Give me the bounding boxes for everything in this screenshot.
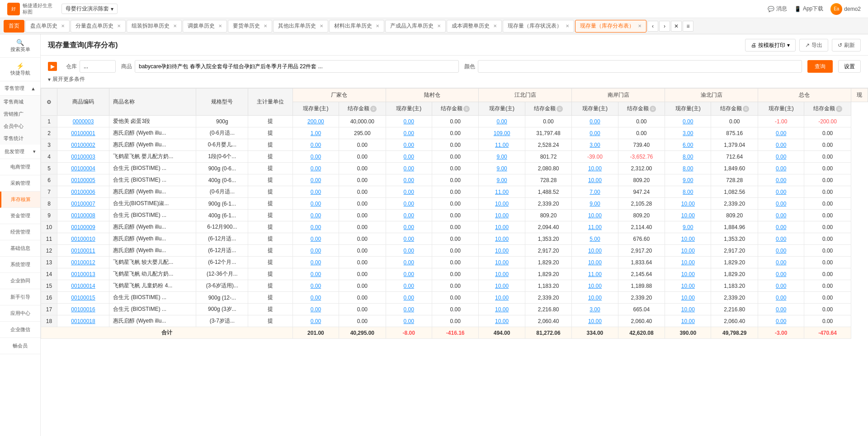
val-link[interactable]: 10.00 [681,318,695,324]
val-link[interactable]: 10.00 [495,201,509,207]
tab-home[interactable]: 首页 [4,20,24,33]
sidebar-item-system[interactable]: 系统管理 [0,257,40,273]
app-download-button[interactable]: 📱 App下载 [794,5,823,13]
val-link[interactable]: 0.00 [776,201,786,207]
tab-next-button[interactable]: › [659,21,670,32]
val-link[interactable]: 8.00 [683,189,693,195]
tab-stock-status[interactable]: 现存量（库存状况表） ✕ [503,20,574,33]
tab-prev-button[interactable]: ‹ [647,21,658,32]
code-link[interactable]: 00100009 [71,224,95,230]
val-link[interactable]: 0.00 [311,295,321,301]
val-link[interactable]: 0.00 [311,224,321,230]
expand-more-button[interactable]: ▾ 展开更多条件 [48,75,861,83]
val-link[interactable]: 10.00 [495,248,509,254]
val-link[interactable]: 10.00 [495,271,509,277]
val-link[interactable]: 0.00 [590,130,600,136]
tab-product-in[interactable]: 产成品入库单历史 ✕ [385,20,446,33]
val-link[interactable]: 0.00 [404,236,414,242]
val-link[interactable]: 8.00 [683,165,693,172]
val-link[interactable]: 0.00 [776,142,786,148]
code-link[interactable]: 00100007 [71,201,95,207]
val-link[interactable]: 0.00 [776,271,786,277]
table-container[interactable]: ⚙ 商品编码 商品名称 规格型号 主计量单位 厂家仓 陆村仓 江北门店 南岸门店… [41,88,868,436]
code-link[interactable]: 00100001 [71,130,95,136]
sidebar-item-appcenter[interactable]: 应用中心 [0,305,40,322]
val-link[interactable]: 0.00 [311,271,321,277]
val-link[interactable]: 0.00 [311,259,321,266]
code-link[interactable]: 00100013 [71,271,95,277]
info-icon[interactable]: ① [370,106,377,112]
code-link[interactable]: 00100016 [71,306,95,313]
val-link[interactable]: 10.00 [588,165,602,172]
info-icon[interactable]: ① [557,106,563,112]
color-input[interactable] [478,60,802,73]
val-link[interactable]: 10.00 [681,283,695,289]
tab-portion-inventory[interactable]: 分量盘点单历史 ✕ [71,20,126,33]
info-icon[interactable]: ① [463,106,470,112]
val-link[interactable]: 0.00 [776,154,786,160]
val-link[interactable]: 109.00 [494,130,510,136]
val-link[interactable]: 9.00 [496,177,507,183]
val-link[interactable]: 10.00 [588,248,602,254]
tab-close-icon[interactable]: ✕ [117,23,121,28]
val-link[interactable]: 0.00 [776,295,786,301]
val-link[interactable]: 0.00 [404,201,414,207]
val-link[interactable]: 0.00 [776,177,786,183]
val-link[interactable]: 10.00 [495,283,509,289]
sidebar-item-inventory[interactable]: 库存核算 [0,192,40,208]
info-icon[interactable]: ① [836,106,842,112]
val-link[interactable]: 0.00 [404,165,414,172]
val-link[interactable]: 0.00 [404,271,414,277]
code-link[interactable]: 00100006 [71,189,95,195]
industry-dropdown[interactable]: 母婴行业演示陈套 ▾ [61,4,118,14]
gear-icon[interactable]: ⚙ [47,99,52,105]
val-link[interactable]: 9.00 [496,165,507,172]
warehouse-input[interactable] [80,60,116,73]
code-link[interactable]: 00100003 [71,154,95,160]
tab-close-all-button[interactable]: ✕ [671,21,682,32]
val-link[interactable]: 0.00 [590,118,600,125]
val-link[interactable]: 10.00 [495,306,509,313]
val-link[interactable]: 9.00 [683,177,693,183]
val-link[interactable]: 9.00 [590,201,600,207]
val-link[interactable]: 0.00 [496,118,507,125]
val-link[interactable]: 10.00 [495,224,509,230]
val-link[interactable]: 0.00 [404,189,414,195]
code-link[interactable]: 0000003 [73,118,94,125]
val-link[interactable]: 0.00 [404,118,414,125]
val-link[interactable]: 0.00 [776,248,786,254]
val-link[interactable]: 0.00 [776,212,786,219]
val-link[interactable]: 0.00 [404,130,414,136]
code-link[interactable]: 00100011 [71,248,95,254]
code-link[interactable]: 00100005 [71,177,95,183]
code-link[interactable]: 00100002 [71,142,95,148]
tab-inventory-history[interactable]: 盘点单历史 ✕ [25,20,70,33]
val-link[interactable]: 10.00 [495,259,509,266]
sidebar-item-quick-nav[interactable]: ⚡ 快捷导航 [0,58,40,81]
goods-input[interactable] [135,60,459,73]
val-link[interactable]: 0.00 [404,318,414,324]
val-link[interactable]: 10.00 [681,201,695,207]
val-link[interactable]: 8.00 [683,154,693,160]
val-link[interactable]: 0.00 [683,118,693,125]
code-link[interactable]: 00100004 [71,165,95,172]
export-button[interactable]: ↗ 导出 [799,39,828,52]
sidebar-item-guide[interactable]: 新手引导 [0,289,40,305]
tab-close-icon[interactable]: ✕ [264,23,267,28]
sidebar-item-member2[interactable]: 畅会员 [0,338,40,354]
sidebar-item-finance[interactable]: 资金管理 [0,208,40,224]
val-link[interactable]: 0.00 [404,177,414,183]
val-link[interactable]: 10.00 [588,318,602,324]
val-link[interactable]: 0.00 [776,283,786,289]
val-link[interactable]: 0.00 [776,224,786,230]
val-link[interactable]: 0.00 [311,201,321,207]
val-link[interactable]: 0.00 [311,189,321,195]
val-link[interactable]: 0.00 [404,259,414,266]
val-link[interactable]: 0.00 [776,318,786,324]
val-link[interactable]: 10.00 [588,212,602,219]
val-link[interactable]: 0.00 [776,189,786,195]
code-link[interactable]: 00100010 [71,236,95,242]
query-button[interactable]: 查询 [807,60,833,73]
val-link[interactable]: 10.00 [681,212,695,219]
val-link[interactable]: 0.00 [776,236,786,242]
